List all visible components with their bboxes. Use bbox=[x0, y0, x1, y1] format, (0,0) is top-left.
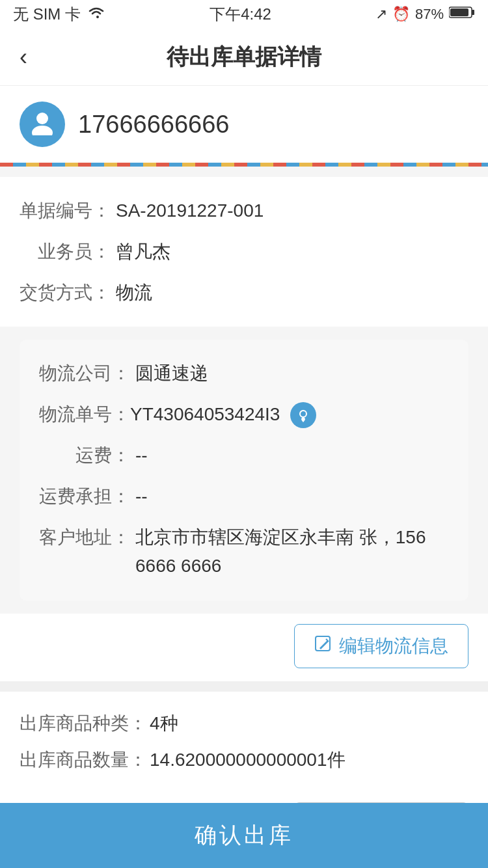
freight-label: 运费： bbox=[39, 441, 130, 470]
order-number-row: 单据编号： SA-20191227-001 bbox=[20, 197, 468, 226]
customer-phone: 17666666666 bbox=[78, 111, 229, 139]
status-bar-left: 无 SIM 卡 bbox=[13, 4, 105, 25]
customer-header: 17666666666 bbox=[0, 86, 488, 163]
freight-bearer-row: 运费承担： -- bbox=[39, 482, 449, 511]
back-button[interactable]: ‹ bbox=[20, 44, 27, 71]
order-info-section: 单据编号： SA-20191227-001 业务员： 曾凡杰 交货方式： 物流 bbox=[0, 177, 488, 327]
address-row: 客户地址： 北京市市辖区海淀区永丰南 张，156 6666 6666 bbox=[39, 523, 449, 582]
tracking-location-icon[interactable] bbox=[290, 402, 316, 428]
dashed-divider bbox=[0, 163, 488, 167]
svg-point-3 bbox=[36, 113, 48, 124]
goods-type-value: 4种 bbox=[150, 711, 468, 736]
freight-bearer-value: -- bbox=[130, 482, 449, 511]
delivery-value: 物流 bbox=[111, 278, 468, 308]
svg-point-4 bbox=[32, 126, 53, 135]
status-bar-right: ↗ ⏰ 87% bbox=[375, 6, 475, 23]
tracking-value-row: YT43064053424I3 bbox=[130, 400, 316, 429]
battery-icon bbox=[449, 6, 475, 23]
freight-value: -- bbox=[130, 441, 449, 470]
address-label: 客户地址： bbox=[39, 523, 130, 552]
goods-quantity-value: 14.620000000000001件 bbox=[150, 748, 468, 772]
edit-logistics-button[interactable]: 编辑物流信息 bbox=[294, 624, 468, 668]
delivery-row: 交货方式： 物流 bbox=[20, 278, 468, 308]
logistics-company-value: 圆通速递 bbox=[130, 359, 449, 388]
order-number-value: SA-20191227-001 bbox=[111, 197, 468, 226]
battery-label: 87% bbox=[415, 6, 444, 23]
avatar bbox=[20, 102, 65, 147]
avatar-icon bbox=[29, 108, 56, 141]
freight-bearer-label: 运费承担： bbox=[39, 482, 130, 511]
goods-quantity-row: 出库商品数量： 14.620000000000001件 bbox=[20, 748, 468, 772]
goods-quantity-label: 出库商品数量： bbox=[20, 748, 150, 772]
freight-row: 运费： -- bbox=[39, 441, 449, 470]
goods-type-row: 出库商品种类： 4种 bbox=[20, 711, 468, 736]
tracking-label: 物流单号： bbox=[39, 400, 130, 429]
svg-rect-6 bbox=[316, 636, 330, 651]
tracking-row: 物流单号： YT43064053424I3 bbox=[39, 400, 449, 429]
edit-btn-row: 编辑物流信息 bbox=[0, 614, 488, 681]
location-status-icon: ↗ bbox=[375, 6, 387, 23]
edit-icon bbox=[314, 635, 332, 658]
nav-bar: ‹ 待出库单据详情 bbox=[0, 29, 488, 86]
confirm-button[interactable]: 确认出库 bbox=[0, 803, 488, 868]
order-number-label: 单据编号： bbox=[20, 197, 111, 226]
svg-rect-1 bbox=[472, 10, 474, 15]
salesperson-row: 业务员： 曾凡杰 bbox=[20, 237, 468, 267]
wifi-icon bbox=[87, 5, 105, 23]
svg-rect-2 bbox=[450, 8, 468, 16]
logistics-company-row: 物流公司： 圆通速递 bbox=[39, 359, 449, 388]
carrier-label: 无 SIM 卡 bbox=[13, 4, 81, 25]
alarm-icon: ⏰ bbox=[392, 6, 410, 23]
goods-section: 出库商品种类： 4种 出库商品数量： 14.620000000000001件 bbox=[0, 692, 488, 792]
logistics-company-label: 物流公司： bbox=[39, 359, 130, 388]
goods-type-label: 出库商品种类： bbox=[20, 711, 150, 736]
salesperson-value: 曾凡杰 bbox=[111, 237, 468, 267]
address-value: 北京市市辖区海淀区永丰南 张，156 6666 6666 bbox=[130, 523, 449, 582]
page-title: 待出库单据详情 bbox=[167, 42, 321, 72]
edit-logistics-label: 编辑物流信息 bbox=[339, 634, 448, 658]
time-label: 下午4:42 bbox=[210, 4, 271, 25]
section-divider bbox=[0, 681, 488, 692]
svg-point-5 bbox=[300, 411, 306, 417]
tracking-number: YT43064053424I3 bbox=[130, 400, 280, 429]
status-bar: 无 SIM 卡 下午4:42 ↗ ⏰ 87% bbox=[0, 0, 488, 29]
confirm-button-label: 确认出库 bbox=[195, 821, 293, 850]
logistics-card: 物流公司： 圆通速递 物流单号： YT43064053424I3 运费： -- … bbox=[20, 340, 468, 601]
salesperson-label: 业务员： bbox=[20, 237, 111, 267]
delivery-label: 交货方式： bbox=[20, 278, 111, 308]
